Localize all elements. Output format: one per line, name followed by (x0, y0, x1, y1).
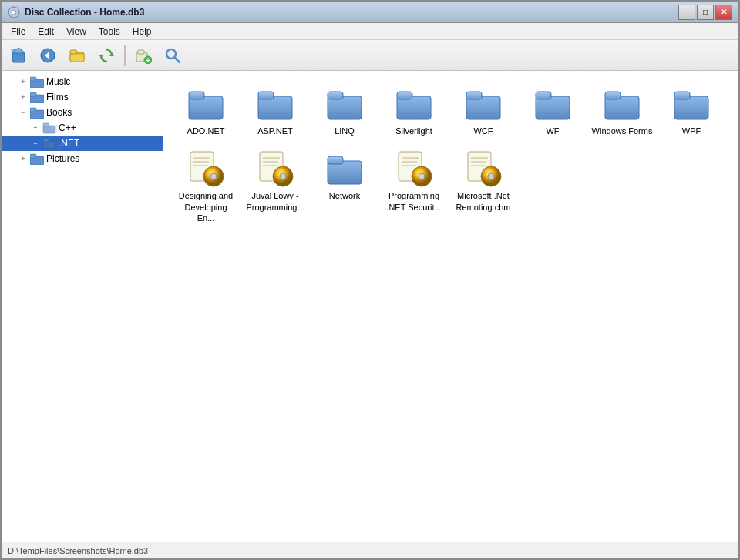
svg-rect-26 (43, 123, 49, 126)
minimize-button[interactable]: − (678, 5, 695, 20)
sidebar-music-label: Music (46, 76, 70, 87)
sidebar-item-music[interactable]: + Music (2, 74, 163, 89)
wcf-label: WCF (473, 126, 493, 136)
content-item-wcf[interactable]: WCF (449, 79, 518, 143)
wf-icon (534, 86, 571, 122)
toolbar-search[interactable] (159, 43, 187, 68)
svg-rect-9 (70, 50, 77, 54)
sidebar-item-films[interactable]: + Films (2, 89, 163, 105)
content-item-linq[interactable]: LINQ (310, 79, 379, 143)
content-item-ms-remoting[interactable]: Microsoft .Net Remoting.chm (449, 143, 518, 230)
svg-rect-36 (328, 92, 343, 99)
svg-point-52 (210, 173, 217, 179)
dotnet-folder-icon (42, 137, 57, 149)
linq-icon (326, 86, 363, 122)
music-expander[interactable]: + (17, 75, 29, 88)
dotnet-expander[interactable]: − (29, 137, 42, 149)
svg-rect-38 (397, 92, 412, 99)
main-window: Disc Collection - Home.db3 − □ ✕ File Ed… (0, 0, 740, 560)
window-title: Disc Collection - Home.db3 (25, 7, 678, 18)
juval-lowy-label: Juval Lowy - Programming... (244, 190, 306, 213)
svg-rect-44 (605, 92, 621, 99)
ado-net-icon (187, 86, 224, 122)
svg-text:+: + (146, 56, 150, 64)
ado-net-label: ADO.NET (187, 126, 225, 136)
content-item-asp-net[interactable]: ASP.NET (240, 79, 310, 143)
wpf-icon (673, 86, 710, 122)
svg-rect-60 (328, 156, 343, 164)
films-expander[interactable]: + (17, 91, 29, 103)
designing-icon (187, 150, 224, 187)
svg-rect-24 (30, 108, 36, 112)
books-folder-icon (29, 106, 45, 119)
wcf-icon (465, 86, 502, 122)
pictures-folder-icon (29, 153, 45, 165)
content-item-wpf[interactable]: WPF (657, 79, 726, 143)
svg-point-66 (419, 173, 425, 179)
network-icon (326, 150, 363, 187)
content-item-designing[interactable]: Designing and Developing En... (171, 143, 240, 230)
menu-view[interactable]: View (60, 25, 92, 39)
toolbar-separator (124, 45, 126, 66)
cpp-expander[interactable]: + (29, 122, 42, 134)
maximize-button[interactable]: □ (697, 5, 714, 20)
svg-rect-40 (466, 92, 482, 99)
svg-rect-10 (70, 54, 84, 62)
close-button[interactable]: ✕ (715, 5, 732, 20)
toolbar-folder[interactable] (63, 43, 91, 68)
content-item-wf[interactable]: WF (518, 79, 587, 143)
asp-net-label: ASP.NET (257, 126, 293, 136)
toolbar-add[interactable]: + (130, 43, 157, 68)
app-icon (8, 6, 20, 18)
sidebar-dotnet-label: .NET (59, 138, 79, 149)
wf-label: WF (546, 126, 559, 136)
home-icon (10, 47, 27, 64)
content-item-programming-net[interactable]: Programming .NET Securit... (379, 143, 449, 230)
svg-rect-25 (43, 126, 56, 133)
linq-label: LINQ (335, 126, 355, 136)
silverlight-icon (395, 86, 432, 122)
content-panel: ADO.NET (163, 71, 738, 542)
programming-net-icon (395, 150, 432, 187)
books-expander[interactable]: − (17, 106, 29, 119)
svg-rect-22 (30, 92, 36, 96)
sidebar-item-pictures[interactable]: + Pictures (2, 151, 163, 166)
toolbar-home[interactable] (5, 43, 32, 68)
toolbar-refresh[interactable] (92, 43, 120, 68)
asp-net-icon (257, 86, 294, 122)
content-item-ado-net[interactable]: ADO.NET (171, 79, 240, 143)
title-bar: Disc Collection - Home.db3 − □ ✕ (2, 2, 738, 23)
menu-file[interactable]: File (5, 25, 32, 39)
designing-label: Designing and Developing En... (175, 190, 237, 223)
sidebar-item-cpp[interactable]: + C++ (2, 120, 163, 136)
svg-point-72 (488, 173, 494, 179)
svg-rect-27 (43, 141, 56, 149)
svg-rect-46 (674, 92, 690, 99)
toolbar-back[interactable] (34, 43, 62, 68)
content-item-windows-forms[interactable]: Windows Forms (587, 79, 657, 143)
svg-rect-34 (258, 92, 274, 99)
sidebar-item-dotnet[interactable]: − .NET (2, 136, 163, 151)
pictures-expander[interactable]: + (17, 153, 29, 165)
content-item-silverlight[interactable]: Silverlight (379, 79, 449, 143)
menu-bar: File Edit View Tools Help (2, 23, 738, 40)
ms-remoting-label: Microsoft .Net Remoting.chm (452, 190, 514, 213)
content-item-network[interactable]: Network (310, 143, 379, 230)
ms-remoting-icon (465, 150, 502, 187)
svg-rect-20 (30, 77, 36, 81)
network-label: Network (329, 190, 360, 201)
menu-edit[interactable]: Edit (32, 25, 60, 39)
main-area: + Music + Films (2, 71, 738, 542)
svg-rect-14 (138, 50, 144, 54)
sidebar-item-books[interactable]: − Books (2, 105, 163, 120)
wpf-label: WPF (682, 126, 701, 136)
music-folder-icon (29, 75, 45, 88)
windows-forms-icon (604, 86, 641, 122)
svg-marker-12 (99, 55, 103, 58)
toolbar: + (2, 40, 738, 71)
content-item-juval-lowy[interactable]: Juval Lowy - Programming... (240, 143, 310, 230)
menu-tools[interactable]: Tools (92, 25, 126, 39)
menu-help[interactable]: Help (126, 25, 158, 39)
window-controls: − □ ✕ (678, 5, 732, 20)
svg-rect-28 (43, 139, 49, 142)
